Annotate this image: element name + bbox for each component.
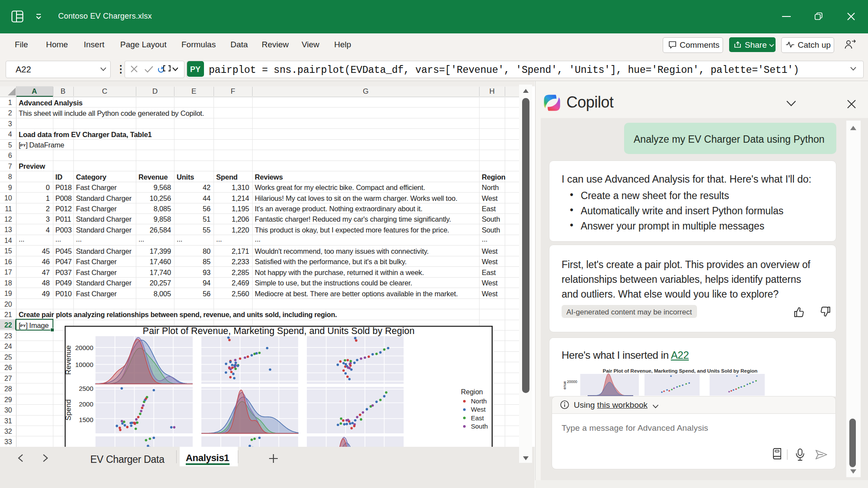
svg-text:2500: 2500: [79, 385, 93, 392]
svg-text:West: West: [471, 406, 486, 413]
svg-text:20000: 20000: [567, 380, 577, 384]
svg-text:East: East: [471, 414, 484, 422]
svg-text:Pair Plot of Revenue, Marketin: Pair Plot of Revenue, Marketing Spend, a…: [143, 326, 414, 336]
svg-text:Pair Plot of Revenue, Marketin: Pair Plot of Revenue, Marketing Spend, a…: [603, 368, 758, 373]
svg-text:North: North: [471, 397, 487, 405]
svg-text:Revenue: Revenue: [65, 345, 72, 375]
svg-text:10000: 10000: [75, 361, 93, 368]
svg-text:South: South: [471, 422, 488, 430]
svg-text:Spend: Spend: [65, 399, 72, 420]
svg-text:Region: Region: [461, 388, 483, 396]
svg-text:1500: 1500: [79, 416, 93, 423]
svg-text:20000: 20000: [75, 344, 93, 351]
svg-text:enue: enue: [562, 381, 567, 389]
svg-text:2000: 2000: [79, 400, 93, 408]
